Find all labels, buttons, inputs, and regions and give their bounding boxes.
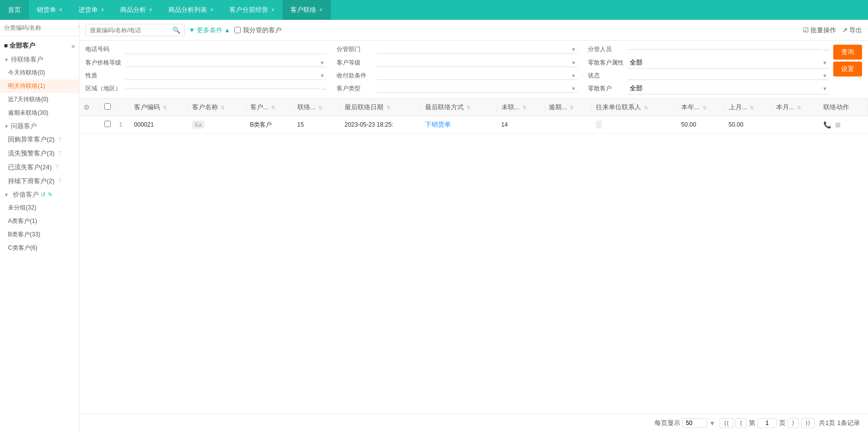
filter-status: 状态 ▼ [588,72,829,80]
sidebar-all-customers[interactable]: ■ 全部客户 « [0,38,79,53]
page-size-input[interactable] [682,418,707,428]
main-search-icon[interactable]: 🔍 [172,26,180,34]
row-company-contact-masked [596,121,602,129]
nav-product-list[interactable]: 商品分析列表 × [160,0,221,20]
close-purchaseorder-icon[interactable]: × [101,6,104,13]
help-icon-declining[interactable]: ? [58,177,61,185]
page-prev-btn[interactable]: ⟨ [735,418,747,428]
sidebar-item-churn-warning[interactable]: 流失预警客户(3) ? [0,146,79,160]
sidebar-item-classB[interactable]: B类客户(33) [0,228,79,241]
col-overdue[interactable]: 逾期... ⇅ [545,99,592,116]
close-customer-tier-icon[interactable]: × [271,6,275,13]
filter-person-input[interactable] [628,49,822,50]
row-last-date: 2023-05-23 18:25: [341,116,421,134]
sidebar-item-7days[interactable]: 近7天待联络(0) [0,93,79,106]
batch-ops-btn[interactable]: ☑ 批量操作 [803,26,836,35]
filter-region-dots[interactable]: ··· [322,85,327,92]
main-search-input[interactable] [90,27,172,34]
filter-level-select[interactable]: ▼ [376,59,578,67]
refresh-icon[interactable]: ↺ [41,191,46,198]
nav-salesorder[interactable]: 销货单 × [29,0,71,20]
phone-icon[interactable]: 📞 [823,121,831,129]
sort-thismonth-icon: ⇅ [797,105,801,110]
filter-retail-select[interactable]: 全部 ▼ [628,57,829,69]
nav-purchaseorder[interactable]: 进货单 × [71,0,112,20]
sidebar-group-value[interactable]: 价值客户 ↺ ✎ [0,188,79,201]
help-icon-lost[interactable]: ? [55,163,58,171]
sidebar-item-declining[interactable]: 持续下滑客户(2) ? [0,174,79,188]
my-customers-checkbox[interactable] [234,27,241,33]
page-first-btn[interactable]: ⟨⟨ [720,418,733,428]
sidebar-item-tomorrow[interactable]: 明天待联络(1) [0,79,79,93]
col-unlinked[interactable]: 未联... ⇅ [497,99,544,116]
col-last-month[interactable]: 上月... ⇅ [724,99,772,116]
export-icon: ↗ [842,26,848,34]
sort-lastmethod-icon: ⇅ [466,105,470,110]
nav-customer-contact[interactable]: 客户联络 × [283,0,331,20]
sidebar-item-lost[interactable]: 已流失客户(24) ? [0,160,79,174]
filter-nature-select[interactable]: ▼ [125,72,327,80]
sidebar-item-repurchase[interactable]: 回购异常客户(2) ? [0,133,79,146]
export-btn[interactable]: ↗ 导出 [842,26,862,35]
filter-dept-select[interactable]: ▼ [376,46,578,54]
sidebar-item-overdue[interactable]: 逾期未联络(30) [0,106,79,120]
filter-payment-select[interactable]: ▼ [376,72,578,80]
col-this-year[interactable]: 本年... ⇅ [677,99,724,116]
page-next-btn[interactable]: ⟩ [788,418,799,428]
grid-icon[interactable]: ⊞ [835,121,841,129]
filter-price-level: 客户价格等级 ▼ [85,59,327,67]
nav-home[interactable]: 首页 [0,0,29,20]
filter-payment: 收付款条件 ▼ [337,72,578,80]
col-code[interactable]: 客户编码 ⇅ [130,99,188,116]
filter-region-input[interactable] [125,88,320,89]
col-this-month[interactable]: 本月... ⇅ [772,99,819,116]
col-last-method[interactable]: 最后联络方式 ⇅ [421,99,498,116]
page-last-btn[interactable]: ⟩⟩ [801,418,815,428]
sidebar-item-classC[interactable]: C类客户(6) [0,241,79,255]
filter-retail-customer-select[interactable]: 全部 ▼ [628,83,829,94]
page-size-arrow[interactable]: ▼ [709,420,716,427]
filter-person-dots[interactable]: ··· [824,46,829,53]
collapse-icon[interactable]: « [72,42,75,50]
close-product-list-icon[interactable]: × [210,6,214,13]
row-contact: 15 [293,116,341,134]
table-body: 1 000021 Ea B类客户 15 2023-05-23 18:25: 下销… [79,116,868,134]
sort-contact-icon: ⇅ [318,105,322,110]
close-product-analysis-icon[interactable]: × [149,6,152,13]
col-contact[interactable]: 联络... ⇅ [293,99,341,116]
more-filter-btn[interactable]: ▼ 更多条件 ▲ [189,26,230,35]
nav-product-analysis[interactable]: 商品分析 × [112,0,160,20]
filter-dept: 分管部门 ▼ [337,45,578,54]
filter-price-select[interactable]: ▼ [125,59,327,67]
col-company-contact[interactable]: 往来单位联系人 ⇅ [592,99,677,116]
nav-customer-tier[interactable]: 客户分层经营 × [221,0,283,20]
col-name[interactable]: 客户名称 ⇅ [188,99,246,116]
col-gear[interactable]: ⚙ [79,99,100,116]
row-checkbox[interactable] [104,121,111,127]
sidebar-group-problem[interactable]: 问题客户 [0,120,79,133]
help-icon-churn[interactable]: ? [58,149,61,157]
filter-type-select[interactable]: ▼ [376,85,578,93]
help-icon-repurchase[interactable]: ? [58,136,61,143]
settings-btn[interactable]: 设置 [833,62,862,76]
sidebar-item-today[interactable]: 今天待联络(0) [0,66,79,79]
close-salesorder-icon[interactable]: × [59,6,63,13]
row-last-method-link[interactable]: 下销货单 [425,121,451,128]
select-all-checkbox[interactable] [104,103,111,110]
sidebar-group-pending[interactable]: 待联络客户 [0,53,79,66]
toolbar-right: ☑ 批量操作 ↗ 导出 [803,26,862,35]
nature-arrow-icon: ▼ [320,73,325,78]
filter-status-select[interactable]: ▼ [628,72,829,80]
edit-icon[interactable]: ✎ [48,191,53,198]
col-last-date[interactable]: 最后联络日期 ⇅ [341,99,421,116]
query-btn[interactable]: 查询 [833,45,862,60]
filter-phone-input[interactable] [125,45,327,54]
filter-customer-type: 客户类型 ▼ [337,84,578,93]
page-num-input[interactable] [757,418,777,428]
sidebar-item-ungroup[interactable]: 未分组(32) [0,201,79,215]
sidebar-search-input[interactable] [4,24,78,31]
sidebar-item-classA[interactable]: A类客户(1) [0,215,79,228]
retail-arrow-icon: ▼ [822,60,827,66]
close-customer-contact-icon[interactable]: × [319,6,323,13]
col-type[interactable]: 客户... ⇅ [246,99,293,116]
